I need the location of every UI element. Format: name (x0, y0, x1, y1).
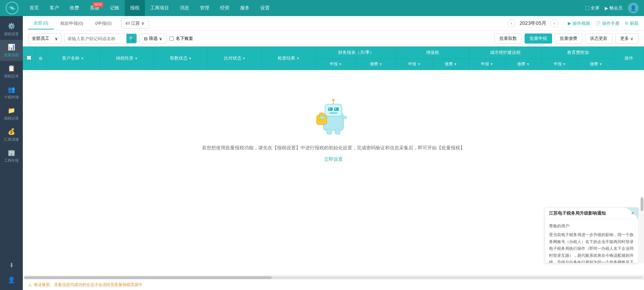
tax-records-icon: 📁 (7, 106, 15, 115)
batch-fetch-button[interactable]: 批量取数 (494, 33, 522, 44)
more-chevron-icon: ∨ (630, 36, 634, 41)
toolbar-right: 批量取数 批量申报 批量缴费 状态更新 更多 ∨ (494, 33, 639, 44)
col-financial-report: 财务报表（月/季） (316, 47, 396, 59)
download-icon: ⬇ (7, 261, 15, 269)
sidebar-item-tax-settings[interactable]: ⚙️ 报税设置 (0, 19, 23, 40)
svg-point-15 (320, 119, 322, 122)
sidebar-item-tax-records[interactable]: 📁 报税记录 (0, 103, 23, 124)
batch-pay-button[interactable]: 批量缴费 (555, 33, 582, 44)
more-button[interactable]: 更多 ∨ (615, 33, 639, 44)
settings-icon: ⚙ (39, 56, 43, 61)
video-icon: ▶ (568, 21, 571, 26)
batch-declare-button[interactable]: 批量申报 (525, 33, 552, 44)
nav-fee[interactable]: 收费 (64, 0, 85, 16)
col-fetch-status: 取数状态▼ (154, 47, 208, 70)
annual-tax-icon: 💰 (7, 128, 15, 136)
status-update-button[interactable]: 状态更新 (585, 33, 612, 44)
setup-link[interactable]: 立即设置 (324, 156, 343, 162)
svg-rect-18 (327, 129, 332, 134)
scrollbar-thumb[interactable] (24, 276, 272, 279)
notification-scrollbar-thumb[interactable] (641, 198, 643, 211)
nav-operation[interactable]: 经营 (215, 0, 235, 16)
col-operation: 操作 (614, 47, 644, 70)
chevron-down-icon: ∨ (141, 21, 145, 26)
refresh-icon: ↻ (625, 21, 629, 26)
search-icon: 🔍 (129, 36, 135, 41)
svg-rect-3 (325, 104, 342, 116)
search-box: 🔍 (64, 33, 137, 44)
avatar-icon: 👤 (630, 5, 637, 11)
warning-icon: ⚠ (28, 283, 32, 287)
sidebar-item-batch-tax[interactable]: 📊 批量报税 (0, 40, 23, 61)
nav-right-area: ⛶ 全屏 ▶ 畅会员 👤 (585, 3, 639, 13)
nav-home[interactable]: 首页 (24, 0, 44, 16)
col-edu-pay: 缴费▼ (578, 59, 614, 70)
sidebar-item-personal-tax[interactable]: 👥 个税申报 (0, 82, 23, 103)
svg-rect-7 (335, 108, 336, 110)
employee-select[interactable]: 全部员工 ∨ (28, 33, 62, 44)
horizontal-scrollbar[interactable] (23, 275, 644, 279)
select-all-checkbox[interactable] (27, 56, 31, 60)
sidebar-item-annual-report[interactable]: 🏢 工商年报 (0, 145, 23, 166)
col-edu-declare: 申报▼ (542, 59, 578, 70)
operation-manual-button[interactable]: 📄 操作手册 (595, 20, 620, 26)
fullscreen-button[interactable]: ⛶ 全屏 (585, 5, 599, 11)
tab-right-actions: ▶ 操作视频 📄 操作手册 ↻ 刷新 (568, 20, 639, 26)
next-month-button[interactable]: › (550, 19, 558, 27)
nav-tax[interactable]: 报税 (125, 0, 145, 16)
prev-month-button[interactable]: ‹ (507, 19, 516, 27)
search-input[interactable] (65, 34, 126, 43)
nav-customer[interactable]: 客户 (44, 0, 64, 16)
month-navigation: ‹ 2023年05月 › (507, 19, 558, 27)
nav-accounting[interactable]: 记账 (105, 0, 125, 16)
member-button[interactable]: ▶ 畅会员 (605, 5, 623, 11)
personal-tax-icon: 👥 (7, 85, 15, 93)
tab-all[interactable]: 全部 (0) (28, 17, 54, 29)
nav-business[interactable]: 工商项目 (145, 0, 174, 16)
manual-icon: 📄 (595, 21, 601, 26)
sidebar-bottom: ⬇ 👤 (0, 258, 23, 290)
notification-close-button[interactable]: × (631, 210, 634, 216)
annual-report-icon: 🏢 (7, 149, 15, 157)
filter-button[interactable]: ⊟ 筛选 ∨ (140, 33, 167, 44)
col-check-result: 检查结果▼ (262, 47, 316, 70)
notification-body: 尊敬的用户: 受当前电子税务局进一步升级的影响，同一个政务网账号（办税人）名下的… (545, 219, 638, 263)
sidebar-item-annual-tax[interactable]: 💰 汇算清缴 (0, 124, 23, 145)
toolbar: 全部员工 ∨ 🔍 ⊟ 筛选 ∨ 名下账套 批量取数 批量申报 批量 (23, 31, 644, 47)
sidebar-download[interactable]: ⬇ (0, 258, 23, 273)
nav-invoice[interactable]: 票据 NEW (85, 0, 105, 16)
nav-manage[interactable]: 管理 (195, 0, 215, 16)
notification-scrollbar[interactable] (640, 196, 644, 263)
svg-rect-17 (342, 116, 347, 119)
col-financial-pay: 缴费▼ (356, 59, 396, 70)
scrollbar-track (24, 276, 643, 279)
nav-menu: 首页 客户 收费 票据 NEW 记账 报税 工商项目 消息 管理 经营 服务 设… (24, 0, 585, 16)
account-checkbox[interactable] (169, 37, 174, 41)
svg-rect-19 (335, 129, 340, 134)
nav-message[interactable]: 消息 (174, 0, 195, 16)
member-icon: ▶ (605, 6, 608, 11)
col-education-surcharge: 教育费附加 (542, 47, 614, 59)
bottom-bar: ⚠ 验证账密、采集信息均成功的企业才会流转至批量报税页面中 (23, 279, 644, 290)
sidebar-user[interactable]: 👤 (0, 273, 23, 287)
sidebar-item-tax-overview[interactable]: 📋 报税总览 (0, 61, 23, 82)
svg-point-1 (11, 7, 13, 9)
tab-bar: 全部 (0) 税款申报 (0) 0申报 (0) 🏷 江苏 ∨ ‹ 2023年05… (23, 16, 644, 31)
app-logo[interactable] (5, 1, 19, 15)
col-tax-nature: 纳税性质▼ (100, 47, 154, 70)
search-button[interactable]: 🔍 (126, 33, 137, 44)
nav-service[interactable]: 服务 (235, 0, 255, 16)
empty-state: 若您想使用批量报税功能，请先在【报税设置】中进行报税的初始化设置，完成密码验证和… (23, 70, 644, 176)
svg-rect-6 (329, 108, 330, 110)
data-table: ⚙ 客户名称▼ 纳税性质▼ 取数状态▼ 比对状态▼ (23, 47, 644, 176)
account-checkbox-label[interactable]: 名下账套 (169, 35, 193, 42)
col-customer-name: 客户名称▼ (46, 47, 100, 70)
refresh-button[interactable]: ↻ 刷新 (625, 20, 639, 26)
tab-tax-declare[interactable]: 税款申报 (0) (55, 17, 89, 29)
col-city-pay: 缴费▼ (505, 59, 542, 70)
operation-video-button[interactable]: ▶ 操作视频 (568, 20, 590, 26)
nav-settings[interactable]: 设置 (255, 0, 275, 16)
province-selector[interactable]: 🏷 江苏 ∨ (121, 18, 149, 29)
user-avatar[interactable]: 👤 (628, 3, 639, 13)
tab-zero-declare[interactable]: 0申报 (0) (90, 17, 117, 29)
